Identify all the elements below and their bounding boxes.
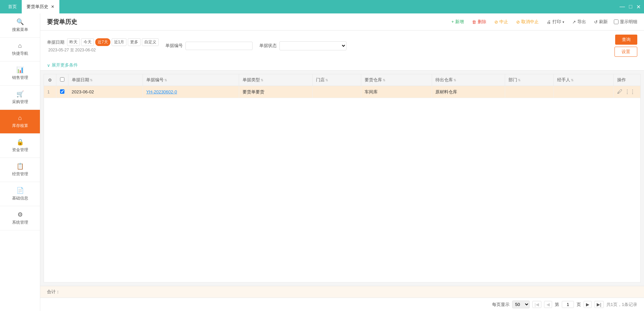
query-button[interactable]: 查询	[615, 35, 637, 45]
sidebar-item-inventory-label: 库存核算	[12, 123, 28, 129]
doc-link[interactable]: YH-20230602-0	[146, 89, 177, 94]
row-doc-number[interactable]: YH-20230602-0	[143, 86, 239, 98]
maximize-icon[interactable]: □	[629, 4, 632, 10]
delete-button[interactable]: 🗑 删除	[470, 17, 488, 26]
col-settings[interactable]: ⚙	[44, 74, 56, 86]
doc-status-label: 单据状态	[259, 43, 277, 49]
doc-status-select[interactable]	[279, 41, 346, 50]
tab-home[interactable]: 首页	[3, 0, 22, 13]
sort-icon-store: ⇅	[325, 78, 328, 82]
refresh-icon: ↺	[594, 19, 598, 25]
window-controls: — □ ✕	[620, 4, 641, 10]
row-checkbox[interactable]	[60, 89, 64, 94]
doc-number-input[interactable]	[185, 42, 253, 50]
select-all-checkbox[interactable]	[60, 77, 64, 82]
page-input[interactable]	[562, 301, 574, 308]
add-button[interactable]: + 新增	[449, 17, 466, 26]
col-pending-warehouse[interactable]: 待出仓库⇅	[432, 74, 505, 86]
col-doc-number[interactable]: 单据编号⇅	[143, 74, 239, 86]
delete-icon: 🗑	[472, 19, 476, 25]
sort-icon-doc-type: ⇅	[261, 78, 263, 82]
print-button[interactable]: 🖨 打印 ▾	[545, 17, 566, 26]
chart-icon: 📊	[16, 66, 24, 74]
row-handler	[554, 86, 613, 98]
col-action: 操作	[613, 74, 640, 86]
sidebar-item-system-label: 系统管理	[12, 220, 28, 225]
col-dept[interactable]: 部门⇅	[505, 74, 554, 86]
sidebar-item-purchase[interactable]: 🛒 采购管理	[0, 86, 40, 110]
settings-button[interactable]: 设置	[614, 47, 637, 57]
date-btn-yesterday[interactable]: 昨天	[67, 38, 80, 46]
col-store[interactable]: 门店⇅	[312, 74, 361, 86]
stop-button[interactable]: ⊘ 中止	[492, 17, 510, 26]
per-page-select[interactable]: 50 20 100	[512, 301, 530, 308]
close-window-icon[interactable]: ✕	[636, 4, 641, 10]
display-cell-checkbox[interactable]	[614, 19, 619, 24]
page-header: 要货单历史 + 新增 🗑 删除 ⊘ 中止 ⊘ 取消中止 🖨 打印	[40, 13, 644, 31]
date-btn-today[interactable]: 今天	[81, 38, 94, 46]
display-cell-toggle[interactable]: 显示明细	[614, 19, 637, 25]
doc-icon: 📄	[16, 187, 24, 194]
row-checkbox-cell	[56, 86, 68, 98]
footer-total: 合计：	[40, 286, 644, 298]
last-page-btn[interactable]: ▶|	[594, 301, 603, 308]
sidebar-item-basic[interactable]: 📄 基础信息	[0, 182, 40, 206]
col-handler[interactable]: 经手人⇅	[554, 74, 613, 86]
expand-more-label: 展开更多条件	[52, 62, 78, 68]
tab-requisition-history[interactable]: 要货单历史 ✕	[22, 0, 59, 13]
date-btn-custom[interactable]: 自定义	[142, 38, 159, 46]
table-body: 1 2023-06-02 YH-20230602-0 要货单要货 车间库 原材料…	[44, 86, 640, 98]
row-num: 1	[44, 86, 56, 98]
row-store	[312, 86, 361, 98]
minimize-icon[interactable]: —	[620, 4, 625, 10]
sidebar-item-search[interactable]: 🔍 搜索菜单	[0, 13, 40, 38]
data-table: ⚙ 单据日期⇅ 单据编号⇅ 单据类型⇅ 门店⇅ 要货仓库⇅ 待出仓库⇅ 部门⇅ …	[44, 74, 640, 98]
date-btn-7days[interactable]: 近7天	[95, 38, 110, 46]
row-dept	[505, 86, 554, 98]
sort-icon-doc-number: ⇅	[164, 78, 167, 82]
sidebar-item-shortcut[interactable]: ⌂ 快捷导航	[0, 38, 40, 61]
column-settings-icon[interactable]: ⚙	[48, 78, 52, 83]
sidebar-item-system[interactable]: ⚙ 系统管理	[0, 206, 40, 230]
tab-home-label: 首页	[8, 4, 17, 10]
sidebar-item-finance[interactable]: 🔒 资金管理	[0, 134, 40, 158]
date-range-display: 2023-05-27 至 2023-06-02	[48, 47, 159, 53]
row-actions: 🖊 ⋮⋮	[613, 86, 640, 98]
expand-chevron-icon: ∨	[47, 63, 50, 68]
tab-requisition-label: 要货单历史	[26, 4, 48, 10]
cancel-stop-button[interactable]: ⊘ 取消中止	[514, 17, 541, 26]
sidebar-item-operation[interactable]: 📋 经营管理	[0, 158, 40, 182]
sidebar-item-basic-label: 基础信息	[12, 195, 28, 201]
top-bar: 首页 要货单历史 ✕ — □ ✕	[0, 0, 644, 13]
row-doc-type: 要货单要货	[239, 86, 312, 98]
lock-icon: 🔒	[16, 138, 24, 146]
col-doc-date[interactable]: 单据日期⇅	[68, 74, 143, 86]
row-more-icon[interactable]: ⋮⋮	[625, 89, 635, 95]
sidebar-item-operation-label: 经营管理	[12, 171, 28, 177]
row-edit-icon[interactable]: 🖊	[617, 89, 623, 95]
sidebar: 🔍 搜索菜单 ⌂ 快捷导航 📊 销售管理 🛒 采购管理 ⌂ 库存核算 🔒 资金管…	[0, 13, 40, 311]
date-shortcuts: 昨天 今天 近7天 近1月 更多 自定义	[67, 38, 159, 46]
table-header-row: ⚙ 单据日期⇅ 单据编号⇅ 单据类型⇅ 门店⇅ 要货仓库⇅ 待出仓库⇅ 部门⇅ …	[44, 74, 640, 86]
doc-date-label: 单据日期	[47, 39, 64, 45]
sidebar-item-purchase-label: 采购管理	[12, 99, 28, 105]
tab-close-icon[interactable]: ✕	[51, 4, 54, 9]
sort-icon-dept: ⇅	[518, 78, 521, 82]
prev-page-btn[interactable]: ◀	[544, 301, 552, 308]
col-doc-type[interactable]: 单据类型⇅	[239, 74, 312, 86]
next-page-btn[interactable]: ▶	[584, 301, 592, 308]
row-pending-warehouse: 原材料仓库	[432, 86, 505, 98]
clipboard-icon: 📋	[16, 163, 24, 170]
sidebar-item-shortcut-label: 快捷导航	[12, 51, 28, 56]
refresh-button[interactable]: ↺ 刷新	[592, 17, 610, 26]
total-label: 合计：	[47, 289, 60, 295]
export-button[interactable]: ↗ 导出	[570, 17, 588, 26]
date-btn-more[interactable]: 更多	[128, 38, 141, 46]
sidebar-item-sales[interactable]: 📊 销售管理	[0, 61, 40, 86]
first-page-btn[interactable]: |◀	[532, 301, 541, 308]
col-req-warehouse[interactable]: 要货仓库⇅	[361, 74, 432, 86]
expand-more-btn[interactable]: ∨ 展开更多条件	[47, 60, 637, 70]
per-page-label: 每页显示	[492, 302, 509, 308]
sidebar-item-inventory[interactable]: ⌂ 库存核算	[0, 110, 40, 134]
date-btn-1month[interactable]: 近1月	[112, 38, 127, 46]
